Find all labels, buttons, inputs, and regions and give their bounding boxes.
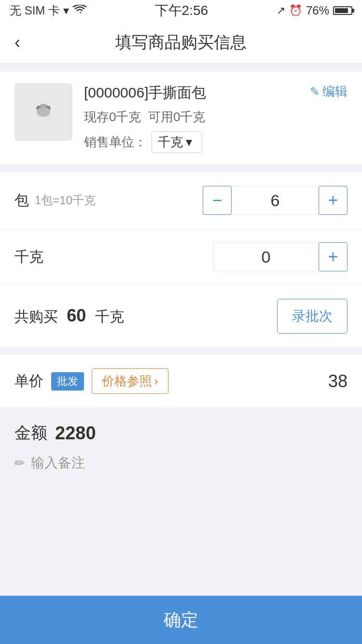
kg-controls: + <box>213 242 348 271</box>
back-button[interactable]: ‹ <box>14 32 20 53</box>
amount-value: 2280 <box>55 423 96 444</box>
bao-minus-button[interactable]: − <box>203 186 232 215</box>
confirm-button[interactable]: 确定 <box>0 596 362 644</box>
bao-input[interactable] <box>232 186 319 215</box>
amount-row: 金额 2280 <box>14 422 348 444</box>
note-placeholder: 输入备注 <box>31 454 85 472</box>
svg-point-3 <box>37 107 50 117</box>
price-ref-arrow: › <box>154 374 158 389</box>
quantity-row-bao: 包 1包=10千克 − + <box>0 172 362 229</box>
status-right: ↗ ⏰ 76% <box>277 4 352 17</box>
unit-select[interactable]: 千克 ▾ <box>152 131 202 153</box>
product-section: [0000006]手撕面包 现存0千克 可用0千克 销售单位： 千克 ▾ ✎ 编… <box>0 71 362 165</box>
bao-label: 包 1包=10千克 <box>14 191 96 210</box>
record-batch-button[interactable]: 录批次 <box>277 299 348 334</box>
kg-label: 千克 <box>14 247 43 267</box>
edit-button[interactable]: ✎ 编辑 <box>310 83 348 100</box>
status-left: 无 SIM 卡 ▾ <box>10 3 86 18</box>
total-amount: 60 <box>67 306 86 325</box>
total-label: 共购买 60 千克 <box>14 306 124 327</box>
price-reference-button[interactable]: 价格参照 › <box>92 368 168 394</box>
edit-icon: ✎ <box>310 85 320 98</box>
product-info: [0000006]手撕面包 现存0千克 可用0千克 销售单位： 千克 ▾ <box>84 83 348 153</box>
amount-label: 金额 <box>14 422 47 444</box>
bao-plus-button[interactable]: + <box>319 186 348 215</box>
product-name: [0000006]手撕面包 <box>84 83 348 103</box>
price-section: 单价 批发 价格参照 › 38 <box>0 355 362 407</box>
quantity-row-kg: 千克 + <box>0 229 362 285</box>
product-stock: 现存0千克 可用0千克 <box>84 109 348 126</box>
sim-label: 无 SIM 卡 ▾ <box>10 3 69 18</box>
note-row[interactable]: ✏ 输入备注 <box>14 454 348 472</box>
status-time: 下午2:56 <box>155 1 209 20</box>
alarm-icon: ⏰ <box>289 4 302 17</box>
product-unit-row: 销售单位： 千克 ▾ <box>84 131 348 153</box>
section-divider-1 <box>0 347 362 355</box>
bao-hint: 1包=10千克 <box>35 193 96 208</box>
kg-plus-button[interactable]: + <box>319 242 348 271</box>
status-bar: 无 SIM 卡 ▾ 下午2:56 ↗ ⏰ 76% <box>0 0 362 21</box>
price-value: 38 <box>328 371 348 392</box>
battery-icon <box>333 6 352 15</box>
amount-section: 金额 2280 ✏ 输入备注 <box>0 407 362 482</box>
battery-percent: 76% <box>306 4 329 17</box>
unit-dropdown-arrow: ▾ <box>186 135 192 150</box>
page-title: 填写商品购买信息 <box>115 31 247 54</box>
page-header: ‹ 填写商品购买信息 <box>0 21 362 64</box>
wifi-icon <box>73 4 86 17</box>
location-icon: ↗ <box>277 4 285 17</box>
product-image <box>14 83 72 141</box>
bao-controls: − + <box>203 186 348 215</box>
note-icon: ✏ <box>14 456 25 471</box>
quantity-section: 包 1包=10千克 − + 千克 + <box>0 172 362 285</box>
price-tag-wholesale: 批发 <box>51 372 84 391</box>
total-section: 共购买 60 千克 录批次 <box>0 285 362 347</box>
kg-input[interactable] <box>213 242 319 271</box>
price-label: 单价 <box>14 371 43 391</box>
